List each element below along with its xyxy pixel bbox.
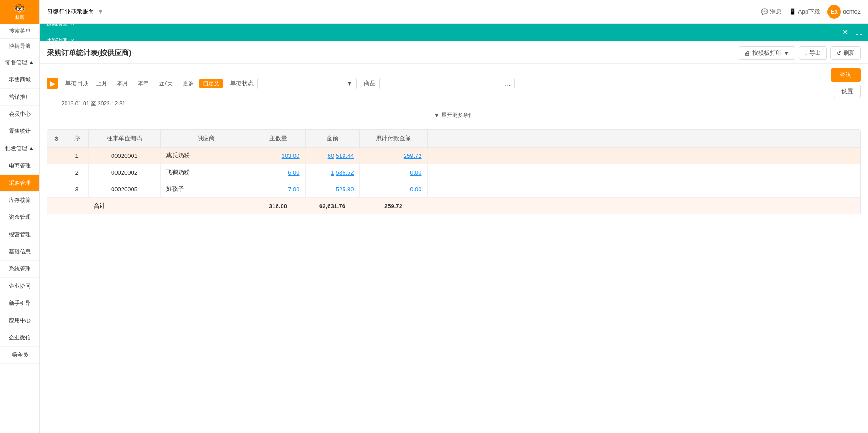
row-supplier: 飞鹤奶粉 (160, 164, 251, 181)
row-supplier-code: 00020005 (88, 181, 160, 198)
date-shortcut-this-month[interactable]: 本月 (113, 78, 132, 89)
sidebar-item-member[interactable]: 会员中心 (0, 106, 39, 123)
row-settings (47, 148, 66, 164)
th-amount: 金额 (305, 130, 359, 148)
footer-label: 合计 (88, 198, 251, 214)
sidebar-item-wholesale[interactable]: 批发管理 ▲ (0, 140, 39, 157)
th-supplier-code: 往来单位编码 (88, 130, 160, 148)
message-label: 消息 (770, 8, 782, 16)
date-range-display: 2016-01-01 至 2023-12-31 (47, 100, 861, 108)
workspace-name: 母婴行业演示账套 (47, 8, 94, 16)
tab-close-function-desc[interactable]: × (71, 38, 74, 41)
date-shortcut-last-month[interactable]: 上月 (92, 78, 111, 89)
page-content: 采购订单统计表(按供应商) 🖨 按模板打印 ▼ ↓ 导出 ↺ 刷新 (40, 41, 868, 433)
sidebar-search-label[interactable]: 搜索菜单 (3, 27, 37, 35)
table-body: 1 00020001 惠氏奶粉 303.00 60,519.44 259.72 … (47, 148, 860, 198)
th-settings: ⚙ (47, 130, 66, 148)
sidebar-item-newbie[interactable]: 新手引导 (0, 295, 39, 312)
query-button[interactable]: 查询 (831, 68, 861, 82)
page-header: 采购订单统计表(按供应商) 🖨 按模板打印 ▼ ↓ 导出 ↺ 刷新 (40, 41, 868, 64)
sidebar-item-ecommerce[interactable]: 电商管理 (0, 157, 39, 175)
sidebar-item-finance[interactable]: 资金管理 (0, 209, 39, 226)
th-extra (427, 130, 860, 148)
footer-empty-1 (47, 198, 66, 214)
app-download-btn[interactable]: 📱 App下载 (789, 8, 820, 16)
sidebar-item-operation[interactable]: 经营管理 (0, 226, 39, 243)
sidebar-item-system[interactable]: 系统管理 (0, 261, 39, 278)
row-paid-amount: 0.00 (359, 181, 427, 198)
table-footer-row: 合计 316.00 62,631.76 259.72 (47, 198, 860, 214)
tabs-container: 首页收发存汇总表×要货单统计表×可用量库存账本×保质期查询×超储预警×功能说明×… (40, 24, 97, 41)
refresh-button[interactable]: ↺ 刷新 (830, 46, 861, 60)
expand-label: 展开更多条件 (441, 111, 474, 119)
user-menu[interactable]: Ea demo2 (827, 5, 861, 19)
message-icon: 💬 (761, 8, 768, 15)
row-extra (427, 148, 860, 164)
sidebar-item-retail[interactable]: 零售管理 ▲ (0, 54, 39, 71)
user-initials: Ea (831, 9, 838, 15)
app-download-icon: 📱 (789, 8, 796, 15)
row-extra (427, 181, 860, 198)
filter-toggle-btn[interactable]: ▶ (47, 78, 58, 89)
sidebar-item-retail-stat[interactable]: 零售统计 (0, 123, 39, 140)
sidebar-search[interactable]: 搜索菜单 (0, 24, 39, 39)
tab-close-overstock-alert[interactable]: × (71, 24, 74, 27)
filter-actions: 查询 设置 (831, 68, 861, 98)
page-header-actions: 🖨 按模板打印 ▼ ↓ 导出 ↺ 刷新 (739, 46, 861, 60)
settings-button[interactable]: 设置 (834, 85, 861, 98)
row-amount: 60,519.44 (305, 148, 359, 164)
export-button[interactable]: ↓ 导出 (799, 46, 827, 60)
maximize-tab-icon[interactable]: ⛶ (854, 26, 864, 38)
date-shortcut-7days[interactable]: 近7天 (155, 78, 177, 89)
print-dropdown-icon: ▼ (783, 50, 789, 57)
date-custom-tag[interactable]: 自定义 (199, 79, 223, 88)
app-download-label: App下载 (798, 8, 820, 16)
close-tab-icon[interactable]: ✕ (840, 26, 850, 38)
row-extra (427, 164, 860, 181)
footer-empty-2 (66, 198, 88, 214)
table-row: 3 00020005 好孩子 7.00 525.80 0.00 (47, 181, 860, 198)
th-no: 序 (66, 130, 88, 148)
footer-amount: 62,631.76 (305, 198, 359, 214)
sidebar-item-enterprise[interactable]: 企业协同 (0, 278, 39, 295)
filter-bar: ▶ 单据日期 上月 本月 本年 近7天 更多 自定义 单据状态 (40, 64, 868, 124)
tab-overstock-alert[interactable]: 超储预警× (40, 24, 97, 32)
row-paid-amount: 0.00 (359, 164, 427, 181)
expand-icon: ▼ (434, 112, 439, 119)
sidebar-item-purchase[interactable]: 采购管理 (0, 175, 39, 192)
message-btn[interactable]: 💬 消息 (761, 8, 782, 16)
sidebar-item-retail-shop[interactable]: 零售商城 (0, 71, 39, 89)
date-shortcut-this-year[interactable]: 本年 (134, 78, 153, 89)
topbar-right: 💬 消息 📱 App下载 Ea demo2 (761, 5, 861, 19)
logo: 🐯 标题 (0, 0, 39, 24)
workspace-dropdown-icon[interactable]: ▼ (98, 8, 104, 15)
sidebar-item-basic[interactable]: 基础信息 (0, 243, 39, 261)
sidebar-item-membership[interactable]: 畅会员 (0, 347, 39, 364)
status-filter-label: 单据状态 (230, 79, 254, 87)
status-filter-dropdown-icon: ▼ (347, 80, 353, 87)
sidebar-item-marketing[interactable]: 营销推广 (0, 89, 39, 106)
logo-text: 标题 (15, 14, 24, 21)
goods-filter-select[interactable]: … (379, 78, 515, 89)
th-supplier: 供应商 (160, 130, 251, 148)
row-no: 3 (66, 181, 88, 198)
sidebar: 🐯 标题 搜索菜单 快捷导航 零售管理 ▲零售商城营销推广会员中心零售统计批发管… (0, 0, 40, 433)
row-no: 1 (66, 148, 88, 164)
topbar-left: 母婴行业演示账套 ▼ (47, 8, 104, 16)
refresh-label: 刷新 (843, 49, 855, 57)
sidebar-shortcut[interactable]: 快捷导航 (0, 39, 39, 54)
print-button[interactable]: 🖨 按模板打印 ▼ (739, 46, 795, 60)
user-name: demo2 (843, 8, 861, 15)
refresh-icon: ↺ (836, 50, 841, 57)
tab-function-desc[interactable]: 功能说明× (40, 32, 97, 41)
export-label: 导出 (809, 49, 821, 57)
sidebar-item-apps[interactable]: 应用中心 (0, 312, 39, 329)
table-row: 1 00020001 惠氏奶粉 303.00 60,519.44 259.72 (47, 148, 860, 164)
expand-filter-btn[interactable]: ▼ 展开更多条件 (47, 111, 861, 119)
tab-label-overstock-alert: 超储预警 (46, 24, 68, 28)
status-filter-select[interactable]: ▼ (257, 78, 357, 89)
sidebar-item-inventory[interactable]: 库存核算 (0, 192, 39, 209)
date-shortcut-more[interactable]: 更多 (179, 78, 198, 89)
row-supplier: 好孩子 (160, 181, 251, 198)
sidebar-item-wechat[interactable]: 企业微信 (0, 329, 39, 347)
